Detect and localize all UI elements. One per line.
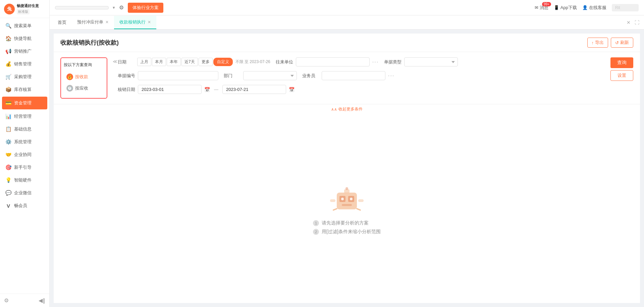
tabs-bar: 首页 预付冲应付单 ✕ 收款核销执行 ✕ ✕ ⛶ <box>50 15 644 30</box>
salesman-dots-icon[interactable]: ··· <box>388 73 394 79</box>
date-btn-7days[interactable]: 近7天 <box>181 58 198 66</box>
verify-date-end-input[interactable]: 2023-07-21 <box>222 85 286 94</box>
app-label: App下载 <box>560 5 577 11</box>
tab-receipt-close-icon[interactable]: ✕ <box>148 20 151 24</box>
date-btn-this-year[interactable]: 本年 <box>167 58 181 66</box>
filter-option-receipt[interactable]: 💰 按收款 <box>64 71 104 83</box>
expand-tabs-icon[interactable]: ⛶ <box>633 18 641 27</box>
guide-nav-icon: 🎯 <box>5 164 11 170</box>
filter-row-3: 核销日期 2023-03-01 📅 — 2023-07-21 📅 <box>118 85 605 94</box>
sidebar-item-finance[interactable]: 💳 资金管理 <box>2 97 47 109</box>
tab-home-label: 首页 <box>58 19 66 25</box>
filter-verify-date-group: 核销日期 2023-03-01 📅 — 2023-07-21 📅 <box>118 85 294 94</box>
sidebar-item-search[interactable]: 🔍 搜索菜单 <box>0 19 49 32</box>
empty-tip-1: 1 请先选择要分析的方案 <box>313 220 381 226</box>
partner-input[interactable] <box>296 57 370 66</box>
empty-tip-1-text: 请先选择要分析的方案 <box>322 220 369 226</box>
filter-partner-group: 往来单位 ··· <box>276 57 379 66</box>
export-button[interactable]: ↑ 导出 <box>587 38 608 48</box>
finance-nav-icon: 💳 <box>5 100 11 106</box>
sidebar-item-label: 资金管理 <box>14 100 32 106</box>
sidebar-item-operation[interactable]: 📊 经营管理 <box>0 110 49 123</box>
sidebar-item-label: 快捷导航 <box>14 36 32 42</box>
tab-prepay-close-icon[interactable]: ✕ <box>105 20 109 24</box>
refresh-icon: ↺ <box>615 40 619 45</box>
sidebar-item-inventory[interactable]: 📦 库存核算 <box>0 83 49 96</box>
setting-button[interactable]: 设置 <box>610 70 633 81</box>
collapse-more-btn[interactable]: ∧∧ 收起更多条件 <box>331 106 363 112</box>
sidebar-item-label: 新手引导 <box>14 164 32 170</box>
docno-input[interactable] <box>138 71 218 80</box>
partner-dots-icon[interactable]: ··· <box>372 59 379 65</box>
sidebar-item-base[interactable]: 📋 基础信息 <box>0 123 49 136</box>
date-btn-this-month[interactable]: 本月 <box>152 58 166 66</box>
date-btn-custom[interactable]: 自定义 <box>213 58 233 66</box>
tab-prepay[interactable]: 预付冲应付单 ✕ <box>72 16 114 29</box>
header-gear-icon[interactable]: ⚙ <box>119 4 124 11</box>
main-area: ▾ ⚙ 体验行业方案 ✉ 消息 99+ 📱 App下载 👤 在线客服 Rit 首… <box>50 0 644 307</box>
header-dropdown-icon[interactable]: ▾ <box>113 5 115 10</box>
filter-option-receivable[interactable]: 🕐 按应收 <box>64 83 104 94</box>
filter-option-receipt-label: 按收款 <box>75 74 88 80</box>
doctype-label: 单据类型 <box>384 59 401 65</box>
sidebar-item-hardware[interactable]: 💡 智能硬件 <box>0 174 49 187</box>
sidebar-item-system[interactable]: ⚙️ 系统管理 <box>0 136 49 148</box>
message-btn[interactable]: ✉ 消息 99+ <box>535 5 548 11</box>
verify-date-end-calendar-icon[interactable]: 📅 <box>289 87 294 92</box>
tab-home[interactable]: 首页 <box>52 16 72 29</box>
collapse-more-bar: ∧∧ 收起更多条件 <box>54 104 640 114</box>
breadcrumb-input[interactable] <box>55 6 109 9</box>
query-button[interactable]: 查询 <box>610 57 633 68</box>
sidebar: 兔 畅捷通好生意 标准版 🔍 搜索菜单 🏠 快捷导航 📢 营销推广 💰 销售管理… <box>0 0 50 307</box>
date-buttons: 上月 本月 本年 近7天 更多 自定义 <box>137 58 233 66</box>
filter-row-1: 日期 上月 本月 本年 近7天 更多 自定义 不限 至 2023-07-26 <box>118 57 605 66</box>
sidebar-item-member[interactable]: V 畅会员 <box>0 199 49 212</box>
tab-receipt[interactable]: 收款核销执行 ✕ <box>114 16 156 29</box>
tip-num-2: 2 <box>313 229 319 235</box>
app-icon: 📱 <box>554 5 559 10</box>
sidebar-item-guide[interactable]: 🎯 新手引导 <box>0 161 49 174</box>
svg-rect-8 <box>330 199 335 202</box>
svg-point-5 <box>350 198 353 200</box>
online-service-btn[interactable]: 👤 在线客服 <box>582 5 606 11</box>
message-badge: 99+ <box>542 2 551 6</box>
filter-main: 日期 上月 本月 本年 近7天 更多 自定义 不限 至 2023-07-26 <box>118 57 633 99</box>
user-profile[interactable]: Rit <box>612 4 639 11</box>
filter-docno-group: 单据编号 <box>118 71 218 80</box>
collapse-sidebar-icon[interactable]: ◀‖ <box>39 297 45 304</box>
sidebar-item-collab[interactable]: 🤝 企业协同 <box>0 148 49 161</box>
filter-row-2: 单据编号 部门 业务员 <box>118 71 605 80</box>
sidebar-item-label: 库存核算 <box>14 87 32 93</box>
salesman-input[interactable] <box>322 71 385 80</box>
industry-btn[interactable]: 体验行业方案 <box>128 3 163 13</box>
sidebar-item-label: 基础信息 <box>14 126 32 132</box>
date-label: 日期 <box>118 59 135 65</box>
date-btn-more[interactable]: 更多 <box>199 58 213 66</box>
sidebar-item-label: 系统管理 <box>14 139 32 145</box>
refresh-button[interactable]: ↺ 刷新 <box>611 38 633 48</box>
sidebar-item-sales[interactable]: 💰 销售管理 <box>0 58 49 70</box>
empty-tips: 1 请先选择要分析的方案 2 用[过滤]条件来缩小分析范围 <box>313 220 381 235</box>
doctype-select[interactable] <box>404 57 458 66</box>
sidebar-item-wechat[interactable]: 💬 企业微信 <box>0 187 49 199</box>
settings-icon[interactable]: ⚙ <box>4 297 9 304</box>
empty-state: 1 请先选择要分析的方案 2 用[过滤]条件来缩小分析范围 <box>54 114 640 303</box>
filter-collapse-arrow[interactable]: ≪ <box>113 59 118 64</box>
close-all-tabs-icon[interactable]: ✕ <box>625 18 633 27</box>
verify-date-start-input[interactable]: 2023-03-01 <box>138 85 202 94</box>
filter-actions: 查询 设置 <box>610 57 633 81</box>
date-btn-last-month[interactable]: 上月 <box>137 58 151 66</box>
empty-tip-2: 2 用[过滤]条件来缩小分析范围 <box>313 229 381 235</box>
collapse-more-label: 收起更多条件 <box>338 106 363 112</box>
sidebar-item-purchase[interactable]: 🛒 采购管理 <box>0 70 49 83</box>
service-icon: 👤 <box>582 5 588 10</box>
app-download-btn[interactable]: 📱 App下载 <box>554 5 577 11</box>
purchase-nav-icon: 🛒 <box>5 74 11 80</box>
empty-illustration <box>327 183 367 216</box>
collab-nav-icon: 🤝 <box>5 152 11 158</box>
sidebar-item-shortcut[interactable]: 🏠 快捷导航 <box>0 32 49 45</box>
message-icon: ✉ <box>535 5 538 10</box>
verify-date-start-calendar-icon[interactable]: 📅 <box>204 87 210 92</box>
sidebar-item-marketing[interactable]: 📢 营销推广 <box>0 45 49 58</box>
dept-select[interactable] <box>243 71 297 80</box>
